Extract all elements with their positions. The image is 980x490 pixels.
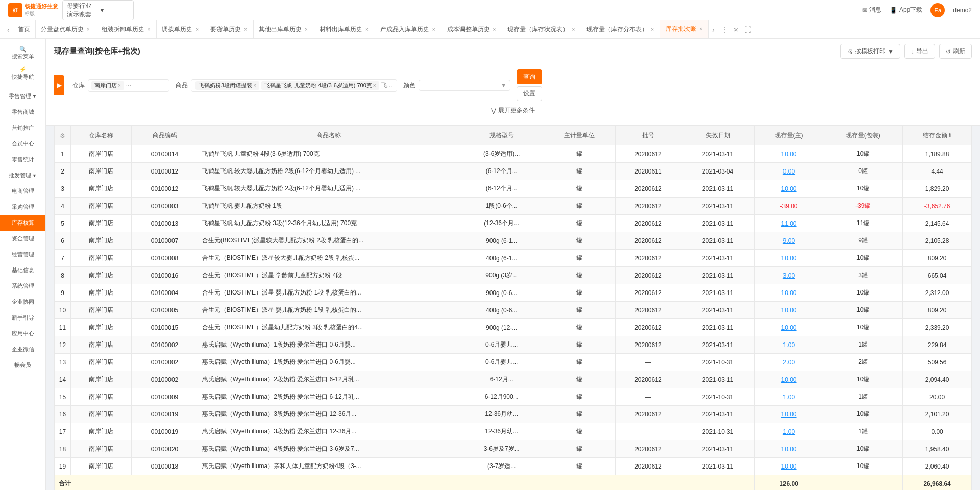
tab-close-all-btn[interactable]: × [731,26,741,34]
cell-name: 合生元（BIOSTIME）派星 婴儿配方奶粉 1段 乳核蛋白的... [198,284,460,302]
tab-3[interactable]: 调拨单历史 × [157,20,205,39]
cell-qty[interactable]: 11.00 [755,215,823,232]
cell-batch: — [615,354,681,371]
avatar[interactable]: Ea [930,3,945,17]
cell-qty[interactable]: 0.00 [755,163,823,180]
table-footer-row: 合计 126.00 26,968.64 [55,475,972,491]
sidebar-item-ecommerce[interactable]: 电商管理 [0,183,45,199]
cell-qty[interactable]: 1.00 [755,423,823,440]
print-btn[interactable]: 🖨 按模板打印 ▼ [840,44,900,59]
tab-prev-btn[interactable]: ‹ [4,26,13,34]
search-menu-btn[interactable]: 🔍 搜索菜单 [0,43,45,63]
cell-qty[interactable]: 1.00 [755,388,823,406]
cell-qty[interactable]: 10.00 [755,302,823,319]
sidebar-item-member2[interactable]: 畅会员 [0,357,45,373]
th-warehouse: 仓库名称 [71,126,132,145]
tab-close-10[interactable]: × [650,26,655,33]
query-btn[interactable]: 查询 [517,69,542,84]
tab-2[interactable]: 组装拆卸单历史 × [96,20,157,39]
product-tag-remove-2[interactable]: × [373,83,376,88]
sidebar-item-wholesale[interactable]: 批发管理 ▼ [0,167,45,183]
refresh-btn[interactable]: ↺ 刷新 [939,44,972,59]
app-download-btn[interactable]: 📱 App下载 [890,6,922,14]
cell-qty[interactable]: 1.00 [755,336,823,354]
cell-qty[interactable]: 10.00 [755,250,823,267]
color-filter-input[interactable]: ▼ [419,80,510,91]
tab-home[interactable]: 首页 [13,20,36,39]
industry-selector[interactable]: 母婴行业演示账套 ▼ [62,0,134,20]
tab-10[interactable]: 现存量（库存分布表） × [581,20,660,39]
warehouse-more[interactable]: ··· [126,82,131,89]
cell-qty[interactable]: 3.00 [755,267,823,284]
tab-close-7[interactable]: × [431,26,436,33]
tab-close-8[interactable]: × [492,26,497,33]
tab-8[interactable]: 成本调整单历史 × [442,20,503,39]
tab-6[interactable]: 材料出库单历史 × [314,20,375,39]
product-filter-tags[interactable]: 飞鹤奶粉3段闭罐提装 × 飞鹤星飞帆 儿童奶粉 4段(3-6岁适用) 700克 … [191,79,397,92]
tab-menu-btn[interactable]: ⋮ [718,26,731,34]
sidebar-item-base-info[interactable]: 基础信息 [0,262,45,278]
cell-qty[interactable]: 10.00 [755,180,823,198]
cell-qty[interactable]: 10.00 [755,145,823,163]
cell-qty[interactable]: -39.00 [755,198,823,215]
sidebar-item-app-center[interactable]: 应用中心 [0,326,45,341]
sidebar-item-finance[interactable]: 资金管理 [0,231,45,247]
sidebar-item-inventory[interactable]: 库存核算 [0,215,45,231]
table-row: 16 南岸门店 00100019 惠氏启赋（Wyeth illuma）3段奶粉 … [55,406,972,423]
cell-qty[interactable]: 10.00 [755,458,823,475]
settings-btn[interactable]: 设置 [517,86,542,101]
sidebar-item-enterprise[interactable]: 企业协同 [0,294,45,310]
sidebar-item-purchase[interactable]: 采购管理 [0,199,45,215]
message-btn[interactable]: ✉ 消息 [862,6,881,14]
cell-qty[interactable]: 10.00 [755,284,823,302]
sidebar-item-system[interactable]: 系统管理 [0,278,45,294]
sidebar-item-newbie[interactable]: 新手引导 [0,310,45,326]
cell-qty[interactable]: 10.00 [755,406,823,423]
cell-qty[interactable]: 10.00 [755,319,823,336]
warehouse-tag-remove-1[interactable]: × [118,83,121,88]
sidebar-item-marketing[interactable]: 营销推广 [0,120,45,136]
sidebar-item-retail-mgmt[interactable]: 零售管理 ▼ [0,88,45,104]
cell-qty[interactable]: 9.00 [755,232,823,250]
filter-toggle-btn[interactable]: ▶ [54,75,64,95]
warehouse-filter-tags[interactable]: 南岸门店 × ··· [88,79,169,92]
tab-close-3[interactable]: × [194,26,200,33]
tab-7[interactable]: 产成品入库单历史 × [375,20,442,39]
tab-9[interactable]: 现存量（库存状况表） × [502,20,581,39]
tab-close-5[interactable]: × [304,26,309,33]
sidebar-item-retail-stats[interactable]: 零售统计 [0,152,45,167]
tab-close-11[interactable]: × [698,26,703,32]
quick-nav-btn[interactable]: ⚡ 快捷导航 [0,63,45,84]
cell-qty[interactable]: 10.00 [755,440,823,458]
tab-4[interactable]: 要货单历史 × [205,20,254,39]
logo-icon: 好 [8,3,22,17]
tab-close-2[interactable]: × [146,26,152,33]
product-tag-remove-1[interactable]: × [253,83,256,88]
sidebar-item-business[interactable]: 经营管理 [0,247,45,262]
cell-spec: (3-6岁适用)... [460,145,543,163]
tab-close-1[interactable]: × [86,26,91,33]
content-area: 现存量查询(按仓库+批次) 🖨 按模板打印 ▼ ↓ 导出 ↺ 刷新 [46,39,980,490]
gear-icon[interactable]: ⚙ [60,132,65,139]
sidebar-item-member[interactable]: 会员中心 [0,136,45,152]
cell-qty[interactable]: 2.00 [755,354,823,371]
cell-unit: 罐 [543,284,615,302]
cell-qty-pkg: 2罐 [823,354,903,371]
cell-unit: 罐 [543,267,615,284]
sidebar-item-retail-shop[interactable]: 零售商城 [0,104,45,120]
tab-close-4[interactable]: × [243,26,248,33]
tab-5[interactable]: 其他出库单历史 × [254,20,314,39]
tab-close-6[interactable]: × [364,26,370,33]
tab-1[interactable]: 分量盘点单历史 × [36,20,96,39]
tab-close-9[interactable]: × [571,26,576,33]
export-btn[interactable]: ↓ 导出 [904,44,935,59]
tab-expand-btn[interactable]: ⛶ [741,26,754,34]
expand-more-btn[interactable]: ⋁ 展开更多条件 [487,104,539,117]
tab-11[interactable]: 库存批次账 × [660,20,709,39]
cell-batch: 20200612 [615,267,681,284]
tab-next-btn[interactable]: › [709,26,718,34]
logo-text: 畅捷通好生意 [24,3,58,10]
cell-qty[interactable]: 10.00 [755,371,823,388]
sidebar-item-wecom[interactable]: 企业微信 [0,341,45,357]
product-more[interactable]: 飞... [381,81,393,90]
